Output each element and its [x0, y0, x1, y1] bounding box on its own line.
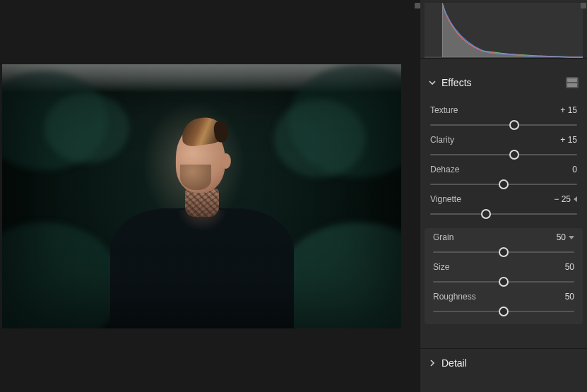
chevron-right-icon [429, 360, 436, 367]
slider-clarity: Clarity + 15 [430, 135, 577, 160]
slider-value[interactable]: 50 [565, 292, 574, 302]
slider-label: Vignette [430, 194, 461, 204]
canvas-scroll-handle[interactable] [415, 3, 420, 8]
edit-sidebar: Effects Texture + 15 Clarity + 15 [420, 0, 587, 392]
slider-label: Texture [430, 105, 458, 115]
slider-value[interactable]: − 25 [554, 194, 577, 204]
slider-track-roughness[interactable] [433, 306, 574, 317]
panel-toggle-icon[interactable] [566, 77, 579, 88]
slider-label: Roughness [433, 292, 476, 302]
slider-label: Clarity [430, 135, 454, 145]
slider-value[interactable]: + 15 [560, 135, 577, 145]
slider-track-dehaze[interactable] [430, 179, 577, 190]
slider-track-grain[interactable] [433, 247, 574, 258]
slider-thumb[interactable] [509, 150, 519, 160]
histogram-svg [425, 3, 583, 58]
caret-down-icon[interactable] [569, 236, 574, 239]
spacer [420, 324, 587, 348]
arrow-left-icon[interactable] [574, 196, 577, 202]
slider-value[interactable]: 50 [565, 262, 574, 272]
canvas-area[interactable] [0, 0, 420, 392]
slider-roughness: Roughness 50 [433, 292, 574, 317]
panel-title: Detail [441, 357, 579, 369]
slider-thumb[interactable] [499, 247, 509, 257]
sidebar-scroll-handle[interactable] [581, 3, 586, 8]
slider-label: Dehaze [430, 165, 459, 174]
panel-title: Effects [441, 77, 566, 88]
slider-texture: Texture + 15 [430, 105, 577, 131]
slider-thumb[interactable] [499, 277, 509, 287]
slider-size: Size 50 [433, 262, 574, 287]
panel-header-detail[interactable]: Detail [420, 349, 587, 377]
slider-label: Grain [433, 232, 453, 242]
panel-header-effects[interactable]: Effects [420, 69, 587, 97]
histogram[interactable] [420, 0, 587, 58]
app-root: Effects Texture + 15 Clarity + 15 [0, 0, 587, 392]
slider-vignette: Vignette − 25 [430, 194, 577, 220]
spacer [420, 59, 587, 69]
slider-track-clarity[interactable] [430, 149, 577, 160]
slider-track-vignette[interactable] [430, 208, 577, 220]
slider-label: Size [433, 262, 449, 272]
slider-dehaze: Dehaze 0 [430, 165, 577, 190]
slider-value[interactable]: 0 [572, 165, 577, 174]
slider-thumb[interactable] [509, 120, 519, 130]
photo-grain [2, 64, 401, 328]
chevron-down-icon [429, 79, 436, 86]
panel-subgroup-grain: Grain 50 Size 50 [425, 228, 583, 324]
slider-thumb[interactable] [499, 307, 509, 316]
photo-preview[interactable] [2, 64, 401, 328]
slider-thumb[interactable] [499, 179, 509, 189]
slider-value[interactable]: + 15 [560, 105, 577, 115]
slider-grain: Grain 50 [433, 232, 574, 258]
slider-track-texture[interactable] [430, 119, 577, 131]
slider-value[interactable]: 50 [557, 232, 574, 242]
panel-body-effects: Texture + 15 Clarity + 15 [420, 97, 587, 228]
slider-track-size[interactable] [433, 276, 574, 287]
slider-thumb[interactable] [481, 209, 491, 219]
